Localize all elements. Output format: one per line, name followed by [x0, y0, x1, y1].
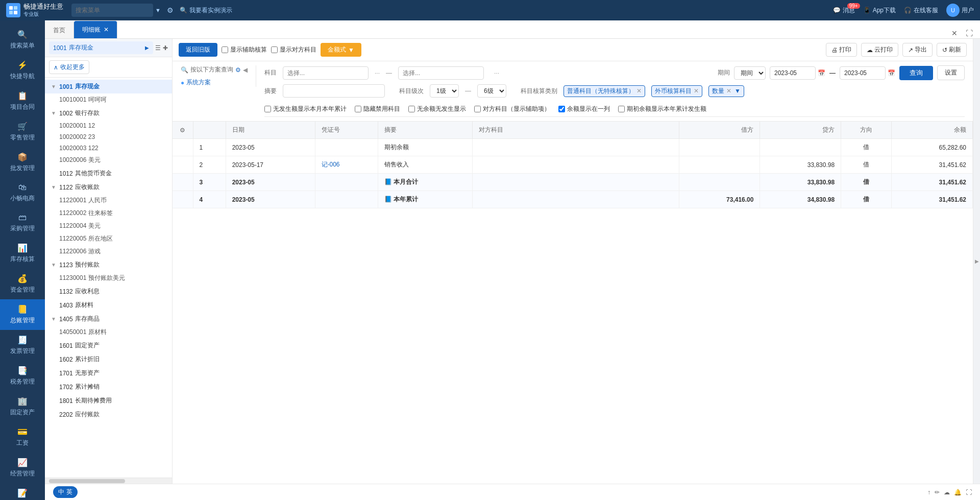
subject-end-input[interactable]	[398, 66, 484, 80]
expand-more-button[interactable]: ∧ 收起更多	[49, 60, 89, 74]
voucher-link-2[interactable]: 记-006	[322, 161, 340, 168]
tree-item-1602[interactable]: ▼ 1602 累计折旧	[45, 352, 172, 366]
sidebar-item-assets[interactable]: 🏢 固定资产	[0, 391, 45, 422]
dropdown-arrow-icon[interactable]: ▼	[155, 7, 161, 13]
tree-child-10010001[interactable]: 10010001 呵呵呵	[45, 93, 172, 106]
row-voucher-2[interactable]: 记-006	[315, 156, 378, 174]
sidebar-item-purchase[interactable]: 🗃 采购管理	[0, 208, 45, 238]
status-tool-2[interactable]: ✏	[935, 489, 940, 496]
sidebar-item-retail[interactable]: 🛒 零售管理	[0, 116, 45, 147]
sidebar-item-salesreport[interactable]: 📝 小畅报销	[0, 483, 45, 500]
sidebar-item-project[interactable]: 📋 项目合同	[0, 86, 45, 116]
sidebar-item-business[interactable]: 📈 经营管理	[0, 453, 45, 483]
tab-ledger-close[interactable]: ✕	[104, 26, 109, 33]
gear-icon[interactable]: ⚙	[167, 6, 174, 14]
tree-item-1405[interactable]: ▼ 1405 库存商品	[45, 312, 172, 326]
tree-item-1012[interactable]: ▼ 1012 其他货币资金	[45, 166, 172, 180]
tree-child-11220002[interactable]: 11220002 往来标签	[45, 207, 172, 220]
subject-level-end-select[interactable]: 6级5级4级	[477, 84, 506, 98]
refresh-button[interactable]: ↺ 刷新	[937, 43, 967, 57]
status-tool-cloud[interactable]: ☁	[944, 489, 950, 496]
tag-quantity[interactable]: 数量 ✕ ▼	[708, 85, 744, 97]
cloud-print-button[interactable]: ☁ 云打印	[861, 43, 898, 57]
settings-icon-small[interactable]: ⚙	[235, 66, 241, 74]
sidebar-item-ecommerce[interactable]: 🛍 小畅电商	[0, 178, 45, 208]
tree-item-1123[interactable]: ▼ 1123 预付账款	[45, 258, 172, 272]
checkbox-hide-disabled[interactable]: 隐藏禁用科目	[355, 105, 400, 113]
tree-child-10020002[interactable]: 10020002 23	[45, 131, 172, 142]
settings-button[interactable]: 设置	[937, 65, 965, 80]
tag-normal[interactable]: 普通科目（无特殊核算） ✕	[564, 85, 645, 97]
tree-item-2202[interactable]: ▼ 2202 应付账款	[45, 408, 172, 421]
period-start-input[interactable]	[770, 66, 816, 80]
tree-item-1002[interactable]: ▼ 1002 银行存款	[45, 106, 172, 120]
search-button[interactable]: 查询	[899, 66, 933, 80]
left-panel-scrollbar[interactable]	[45, 478, 172, 484]
print-button[interactable]: 🖨 打印	[826, 43, 857, 57]
show-counter-checkbox[interactable]: 显示对方科目	[271, 45, 316, 54]
tag-quantity-close[interactable]: ✕	[726, 87, 731, 94]
tree-item-1122[interactable]: ▼ 1122 应收账款	[45, 180, 172, 194]
tree-child-10020006[interactable]: 10020006 美元	[45, 154, 172, 166]
subject-selector[interactable]: 1001 库存现金 ▶	[49, 41, 153, 54]
period-type-select[interactable]: 期间 年度	[734, 66, 766, 80]
sidebar-item-tax[interactable]: 📑 税务管理	[0, 361, 45, 391]
add-icon[interactable]: ✚	[163, 44, 168, 52]
tree-item-1001[interactable]: ▼ 1001 库存现金	[45, 80, 172, 93]
sidebar-item-quicknav[interactable]: ⚡ 快捷导航	[0, 55, 45, 86]
calendar-start-icon[interactable]: 📅	[818, 69, 825, 77]
list-view-icon[interactable]: ☰	[155, 44, 161, 52]
cn-en-switch-button[interactable]: 中 英	[53, 486, 78, 498]
tab-ledger[interactable]: 明细账 ✕	[74, 21, 117, 38]
tree-item-1701[interactable]: ▼ 1701 无形资产	[45, 366, 172, 380]
subject-level-start-select[interactable]: 1级2级3级	[430, 84, 459, 98]
summary-input[interactable]	[283, 84, 385, 98]
demo-link[interactable]: 🔍 我要看实例演示	[180, 6, 232, 15]
window-close-button[interactable]: ✕	[948, 28, 961, 38]
period-end-input[interactable]	[840, 66, 886, 80]
right-side-panel[interactable]: ▶	[973, 39, 980, 484]
tree-item-1801[interactable]: ▼ 1801 长期待摊费用	[45, 394, 172, 408]
message-item[interactable]: 💬 消息 99+	[833, 6, 855, 15]
checkbox-opening-balance[interactable]: 期初余额显示本年累计发生额	[618, 105, 706, 113]
tree-child-11220005[interactable]: 11220005 所在地区	[45, 232, 172, 245]
status-tool-bell[interactable]: 🔔	[954, 489, 962, 496]
sidebar-item-wholesale[interactable]: 📦 批发管理	[0, 147, 45, 178]
sidebar-item-accounting[interactable]: 📒 总账管理	[0, 299, 45, 330]
tree-child-10020001[interactable]: 10020001 12	[45, 120, 172, 131]
calendar-end-icon[interactable]: 📅	[888, 69, 895, 77]
tag-foreign-close[interactable]: ✕	[694, 87, 699, 94]
collapse-arrow[interactable]: ◀	[243, 66, 248, 74]
search-input[interactable]	[71, 4, 153, 17]
tag-normal-close[interactable]: ✕	[636, 87, 642, 94]
checkbox-single-row[interactable]: 余额显示在一列	[558, 105, 610, 113]
status-tool-1[interactable]: ↑	[927, 489, 930, 496]
show-aux-checkbox[interactable]: 显示辅助核算	[222, 45, 267, 54]
gold-format-button[interactable]: 金额式 ▼	[321, 43, 361, 57]
tab-home[interactable]: 首页	[45, 22, 74, 38]
checkbox-no-balance[interactable]: 无发生额显示本月本年累计	[264, 105, 347, 113]
sidebar-item-search[interactable]: 🔍 搜索菜单	[0, 25, 45, 55]
app-download-item[interactable]: 📱 App下载	[863, 6, 896, 15]
dropdown-icon[interactable]: ▼	[734, 87, 741, 94]
checkbox-counterpart[interactable]: 对方科目（显示辅助项）	[474, 105, 550, 113]
tree-child-11220006[interactable]: 11220006 游戏	[45, 245, 172, 258]
user-item[interactable]: U 用户	[946, 4, 974, 17]
query-scheme-item[interactable]: ● 系统方案	[181, 78, 248, 87]
tree-item-1702[interactable]: ▼ 1702 累计摊销	[45, 380, 172, 394]
tree-item-1403[interactable]: ▼ 1403 原材料	[45, 298, 172, 312]
tree-child-11220001[interactable]: 11220001 人民币	[45, 194, 172, 207]
sidebar-item-inventory[interactable]: 📊 库存核算	[0, 238, 45, 269]
tree-item-1601[interactable]: ▼ 1601 固定资产	[45, 339, 172, 352]
tag-foreign[interactable]: 外币核算科目 ✕	[651, 85, 702, 97]
sidebar-item-fund[interactable]: 💰 资金管理	[0, 269, 45, 299]
export-button[interactable]: ↗ 导出	[902, 43, 933, 57]
sidebar-item-invoice[interactable]: 🧾 发票管理	[0, 330, 45, 361]
return-old-version-button[interactable]: 返回旧版	[179, 43, 217, 57]
checkbox-no-balance-show[interactable]: 无余额无发生显示	[408, 105, 466, 113]
subject-input[interactable]	[283, 66, 369, 80]
tree-child-11220004[interactable]: 11220004 美元	[45, 220, 172, 232]
status-tool-expand[interactable]: ⛶	[966, 489, 972, 496]
tree-child-10020003[interactable]: 10020003 122	[45, 142, 172, 154]
online-service-item[interactable]: 🎧 在线客服	[904, 6, 938, 15]
